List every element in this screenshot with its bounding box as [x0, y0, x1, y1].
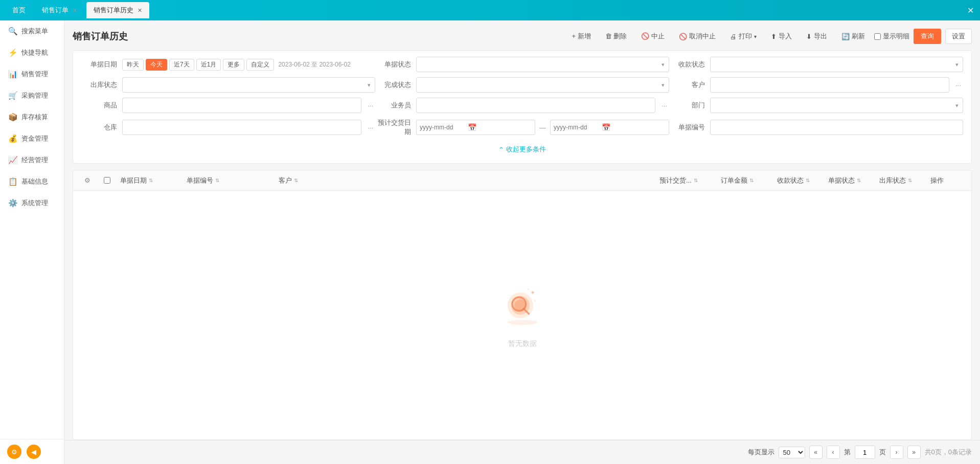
out-status-arrow-icon: ▾ — [368, 82, 371, 89]
warehouse-more-icon[interactable]: ··· — [366, 124, 375, 131]
customer-more-icon[interactable]: ··· — [953, 81, 963, 89]
first-page-button[interactable]: « — [809, 446, 823, 459]
doc-status-select[interactable]: ▾ — [416, 57, 669, 72]
delivery-date-end-input[interactable] — [554, 124, 600, 131]
empty-text: 暂无数据 — [508, 339, 537, 348]
export-button[interactable]: ⬇ 导出 — [801, 29, 832, 43]
tab-home[interactable]: 首页 — [5, 2, 33, 18]
pagination-bar: 每页显示 20 50 100 « ‹ 第 页 › » 共0页，0条记录 — [64, 440, 980, 464]
next-page-button[interactable]: › — [890, 446, 903, 459]
page-header: 销售订单历史 + 新增 🗑 删除 🚫 中止 🚫 取消中止 🖨 打印 ▾ — [73, 29, 972, 44]
refresh-button[interactable]: 🔄 刷新 — [836, 29, 870, 43]
dept-select[interactable]: ▾ — [710, 98, 963, 113]
th-out-status[interactable]: 出库状态 ⇅ — [875, 176, 926, 185]
window-close-button[interactable]: ✕ — [967, 6, 974, 15]
query-button[interactable]: 查询 — [914, 29, 941, 44]
sidebar-collapse-icon[interactable]: ◀ — [27, 445, 41, 459]
th-date[interactable]: 单据日期 ⇅ — [116, 176, 183, 185]
date-btn-7days[interactable]: 近7天 — [169, 59, 194, 71]
print-button[interactable]: 🖨 打印 ▾ — [725, 29, 762, 43]
filter-row-2: 出库状态 ▾ 完成状态 ▾ 客户 — [81, 77, 963, 93]
settings-button[interactable]: 设置 — [945, 29, 972, 44]
refresh-icon: 🔄 — [841, 33, 850, 40]
sidebar-item-inventory-calc[interactable]: 📦 库存核算 — [0, 106, 64, 128]
stop-button[interactable]: 🚫 中止 — [636, 29, 670, 43]
content-area: 销售订单历史 + 新增 🗑 删除 🚫 中止 🚫 取消中止 🖨 打印 ▾ — [64, 20, 980, 464]
customer-input[interactable] — [710, 77, 949, 93]
capital-mgmt-icon: 💰 — [8, 134, 17, 143]
prev-page-button[interactable]: ‹ — [827, 446, 840, 459]
sort-pay-status-icon: ⇅ — [806, 178, 810, 183]
add-button[interactable]: + 新增 — [567, 29, 596, 43]
tab-sales-order-close[interactable]: ✕ — [73, 7, 77, 14]
tab-sales-order[interactable]: 销售订单 ✕ — [35, 2, 84, 18]
import-button[interactable]: ⬆ 导入 — [766, 29, 797, 43]
sidebar-item-operation-mgmt[interactable]: 📈 经营管理 — [0, 149, 64, 171]
page-number-input[interactable] — [855, 446, 875, 459]
sidebar-settings-icon[interactable]: ⚙ — [7, 445, 21, 459]
date-label: 单据日期 — [81, 60, 122, 69]
sidebar-item-capital-mgmt[interactable]: 💰 资金管理 — [0, 128, 64, 149]
goods-more-icon[interactable]: ··· — [366, 102, 375, 109]
last-page-button[interactable]: » — [907, 446, 921, 459]
table-settings-icon[interactable]: ⚙ — [77, 176, 98, 184]
display-detail-checkbox[interactable] — [874, 33, 881, 40]
complete-status-select[interactable]: ▾ — [416, 77, 669, 93]
display-detail-toggle[interactable]: 显示明细 — [874, 32, 909, 41]
goods-label: 商品 — [81, 101, 122, 110]
salesperson-input[interactable] — [416, 98, 655, 113]
date-btn-yesterday[interactable]: 昨天 — [122, 59, 144, 71]
delivery-date-label: 预计交货日期 — [375, 118, 416, 137]
th-pay-status[interactable]: 收款状态 ⇅ — [773, 176, 824, 185]
delivery-date-end-calendar-icon[interactable]: 📅 — [602, 123, 610, 131]
doc-no-label: 单据编号 — [669, 123, 710, 132]
th-doc-status[interactable]: 单据状态 ⇅ — [824, 176, 875, 185]
salesperson-control: ··· — [416, 98, 669, 113]
salesperson-label: 业务员 — [375, 101, 416, 110]
pay-status-select[interactable]: ▾ — [710, 57, 963, 72]
tab-sales-order-history[interactable]: 销售订单历史 ✕ — [86, 2, 149, 18]
operation-mgmt-icon: 📈 — [8, 156, 17, 165]
date-btn-custom[interactable]: 自定义 — [246, 59, 274, 71]
th-amount[interactable]: 订单金额 ⇅ — [717, 176, 773, 185]
date-btn-1month[interactable]: 近1月 — [196, 59, 221, 71]
sidebar-item-quick-nav[interactable]: ⚡ 快捷导航 — [0, 42, 64, 63]
sidebar-item-system-mgmt[interactable]: ⚙️ 系统管理 — [0, 192, 64, 214]
collapse-link[interactable]: ⌃ 收起更多条件 — [81, 142, 963, 157]
sidebar-item-basic-info[interactable]: 📋 基础信息 — [0, 171, 64, 192]
date-selector: 昨天 今天 近7天 近1月 更多 自定义 — [122, 59, 274, 71]
dept-control: ▾ — [710, 98, 963, 113]
per-page-label: 每页显示 — [748, 448, 774, 457]
doc-no-input[interactable] — [710, 120, 963, 135]
tab-sales-order-history-close[interactable]: ✕ — [138, 7, 142, 14]
delete-button[interactable]: 🗑 删除 — [600, 29, 632, 43]
sidebar-item-purchase-mgmt[interactable]: 🛒 采购管理 — [0, 85, 64, 106]
page-content: 销售订单历史 + 新增 🗑 删除 🚫 中止 🚫 取消中止 🖨 打印 ▾ — [64, 20, 980, 440]
sidebar-item-sales-mgmt[interactable]: 📊 销售管理 — [0, 63, 64, 85]
delivery-date-start-input[interactable] — [420, 124, 466, 131]
th-delivery[interactable]: 预计交货... ⇅ — [655, 176, 717, 185]
empty-icon: ✦ ✦ ✦ — [497, 282, 548, 333]
print-dropdown-icon[interactable]: ▾ — [754, 34, 757, 39]
empty-state: ✦ ✦ ✦ 暂无数据 — [73, 191, 971, 439]
date-btn-today[interactable]: 今天 — [146, 59, 167, 71]
warehouse-input[interactable] — [122, 120, 361, 135]
sort-out-status-icon: ⇅ — [908, 178, 912, 183]
per-page-select[interactable]: 20 50 100 — [779, 447, 805, 458]
out-status-select[interactable]: ▾ — [122, 77, 375, 93]
svg-point-0 — [507, 320, 537, 325]
th-docno[interactable]: 单据编号 ⇅ — [183, 176, 275, 185]
date-btn-more[interactable]: 更多 — [223, 59, 244, 71]
sidebar-item-search-menu[interactable]: 🔍 搜索菜单 — [0, 20, 64, 42]
table-select-all-checkbox[interactable] — [98, 177, 116, 184]
out-status-control: ▾ — [122, 77, 375, 93]
cancel-stop-button[interactable]: 🚫 取消中止 — [674, 29, 721, 43]
warehouse-label: 仓库 — [81, 123, 122, 132]
sort-delivery-icon: ⇅ — [694, 178, 698, 183]
svg-text:✦: ✦ — [527, 288, 530, 291]
th-customer[interactable]: 客户 ⇅ — [275, 176, 655, 185]
delivery-date-start-calendar-icon[interactable]: 📅 — [468, 123, 476, 131]
goods-control: ··· — [122, 98, 375, 113]
salesperson-more-icon[interactable]: ··· — [659, 102, 669, 109]
goods-input[interactable] — [122, 98, 361, 113]
